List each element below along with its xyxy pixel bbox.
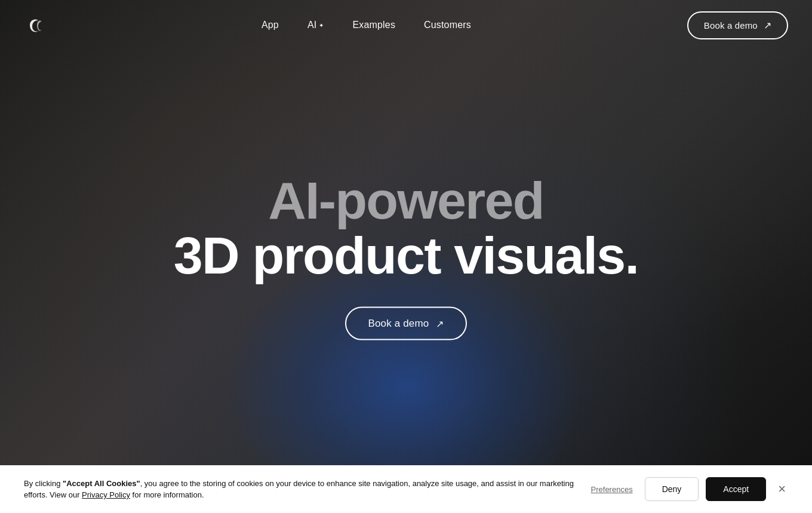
hero-content: AI-powered 3D product visuals. Book a de… bbox=[137, 173, 675, 340]
cookie-text-end: for more information. bbox=[130, 490, 204, 499]
hero-title-bold: 3D product visuals. bbox=[137, 228, 675, 283]
logo-icon bbox=[24, 14, 45, 36]
hero-book-demo-label: Book a demo bbox=[368, 318, 429, 330]
hero-title-light: AI-powered bbox=[137, 173, 675, 228]
logo[interactable] bbox=[24, 14, 45, 36]
ai-badge: ✦ bbox=[319, 22, 324, 29]
nav-links: App AI✦ Examples Customers bbox=[262, 20, 471, 30]
cookie-text-before: By clicking bbox=[24, 479, 63, 488]
cookie-privacy-link[interactable]: Privacy Policy bbox=[82, 490, 130, 499]
hero-book-demo-button[interactable]: Book a demo ↗ bbox=[345, 307, 466, 340]
nav-link-app[interactable]: App bbox=[262, 20, 279, 30]
cookie-preferences-button[interactable]: Preferences bbox=[586, 485, 638, 494]
nav-link-examples[interactable]: Examples bbox=[353, 20, 396, 30]
cookie-close-button[interactable]: × bbox=[776, 483, 788, 496]
cookie-actions: Preferences Deny Accept × bbox=[586, 477, 788, 501]
cookie-banner: By clicking "Accept All Cookies", you ag… bbox=[0, 465, 812, 513]
hero-book-demo-arrow-icon: ↗ bbox=[436, 318, 444, 329]
navbar: App AI✦ Examples Customers Book a demo ↗ bbox=[0, 0, 812, 50]
cookie-deny-button[interactable]: Deny bbox=[645, 477, 699, 501]
cookie-highlighted: "Accept All Cookies" bbox=[63, 479, 140, 488]
cookie-accept-button[interactable]: Accept bbox=[706, 477, 766, 501]
nav-link-customers[interactable]: Customers bbox=[424, 20, 471, 30]
nav-book-demo-label: Book a demo bbox=[704, 20, 758, 30]
nav-link-ai[interactable]: AI✦ bbox=[307, 20, 324, 30]
nav-book-demo-arrow-icon: ↗ bbox=[764, 20, 771, 31]
cookie-text: By clicking "Accept All Cookies", you ag… bbox=[24, 478, 574, 501]
nav-book-demo-button[interactable]: Book a demo ↗ bbox=[687, 11, 788, 39]
